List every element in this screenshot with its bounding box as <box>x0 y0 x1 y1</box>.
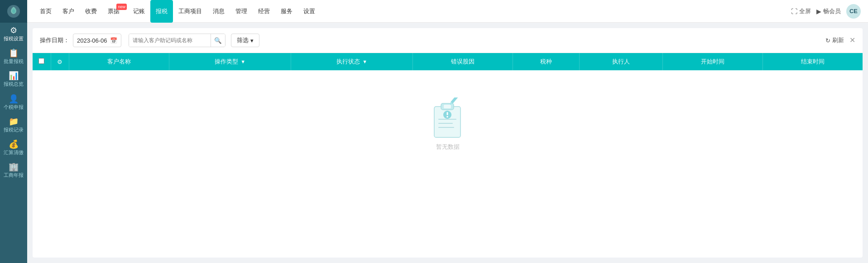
search-box: 🔍 <box>129 34 225 47</box>
nav-guanli[interactable]: 管理 <box>230 0 253 23</box>
nav-baoshui[interactable]: 报税 <box>150 0 173 23</box>
sidebar-item-label: 个税申报 <box>4 104 24 110</box>
sidebar-item-baoshuizonglan[interactable]: 📊 报税总览 <box>0 68 27 91</box>
th-error-reason: 错误股因 <box>412 53 513 70</box>
calendar-icon: 📅 <box>110 37 117 44</box>
member-button[interactable]: ▶ 畅会员 <box>816 7 841 15</box>
th-checkbox[interactable] <box>33 53 51 70</box>
empty-text: 暂无数据 <box>436 143 460 151</box>
settings-icon: ⚙ <box>10 26 17 34</box>
sidebar-item-geshushenb[interactable]: 👤 个税申报 <box>0 91 27 114</box>
nav-home[interactable]: 首页 <box>34 0 57 23</box>
batch-icon: 📋 <box>9 49 19 57</box>
search-button[interactable]: 🔍 <box>211 34 225 47</box>
fullscreen-button[interactable]: ⛶ 全屏 <box>791 7 811 15</box>
th-tax-type: 税种 <box>513 53 580 70</box>
date-picker[interactable]: 2023-06-06 📅 <box>73 34 121 47</box>
nav-shoufei[interactable]: 收费 <box>80 0 102 23</box>
nav-jingying[interactable]: 经营 <box>253 0 275 23</box>
empty-state: 暂无数据 <box>33 70 863 178</box>
svg-rect-3 <box>444 105 451 108</box>
empty-illustration <box>427 97 468 143</box>
filter-icon: ▼ <box>240 59 245 64</box>
th-start-time: 开始时间 <box>662 53 762 70</box>
close-button[interactable]: ✕ <box>849 37 855 44</box>
table-header: ⚙ 客户名称 操作类型 ▼ 执行状态 ▼ <box>33 53 863 70</box>
filter-icon: ▼ <box>362 59 367 64</box>
search-icon: 🔍 <box>214 37 222 44</box>
sidebar-item-gongshangnianbao[interactable]: 🏢 工商年报 <box>0 159 27 182</box>
th-customer-name: 客户名称 <box>69 53 169 70</box>
refresh-icon: ↻ <box>825 37 830 44</box>
th-exec-status[interactable]: 执行状态 ▼ <box>291 53 412 70</box>
th-executor: 执行人 <box>579 53 662 70</box>
data-table: ⚙ 客户名称 操作类型 ▼ 执行状态 ▼ <box>33 53 863 178</box>
table-wrapper: ⚙ 客户名称 操作类型 ▼ 执行状态 ▼ <box>33 53 863 258</box>
close-icon: ✕ <box>849 36 855 44</box>
sidebar-item-label: 报税设置 <box>4 36 24 42</box>
sidebar-item-label: 报税记录 <box>4 127 24 133</box>
sidebar-item-piliangbaoshui[interactable]: 📋 批量报税 <box>0 45 27 68</box>
overview-icon: 📊 <box>9 72 19 80</box>
toolbar-right: ↻ 刷新 ✕ <box>825 36 855 44</box>
video-icon: ▶ <box>816 8 821 15</box>
toolbar: 操作日期： 2023-06-06 📅 🔍 筛选 ▾ ↻ <box>33 28 863 53</box>
refresh-button[interactable]: ↻ 刷新 <box>825 36 844 44</box>
chevron-down-icon: ▾ <box>250 37 254 44</box>
nav-fuwu[interactable]: 服务 <box>275 0 298 23</box>
sidebar-item-baoshuijilu[interactable]: 📁 报税记录 <box>0 114 27 136</box>
page-panel: 操作日期： 2023-06-06 📅 🔍 筛选 ▾ ↻ <box>33 28 863 258</box>
svg-point-9 <box>446 116 448 118</box>
sidebar-item-label: 汇算清缴 <box>4 150 24 156</box>
record-icon: 📁 <box>9 117 19 126</box>
th-operation-type[interactable]: 操作类型 ▼ <box>169 53 291 70</box>
sidebar-logo <box>0 0 27 23</box>
settings-icon: ⚙ <box>57 58 62 65</box>
table-body: 暂无数据 <box>33 70 863 178</box>
money-icon: 💰 <box>9 140 19 148</box>
date-label: 操作日期： <box>40 36 69 44</box>
nav-gongshang[interactable]: 工商项目 <box>173 0 207 23</box>
search-input[interactable] <box>129 34 211 47</box>
avatar[interactable]: CE <box>846 4 861 19</box>
person-icon: 👤 <box>9 95 19 103</box>
main-area: 首页 客户 收费 票据 new 记账 报税 工商项目 消息 管理 经营 <box>27 0 868 263</box>
th-end-time: 结束时间 <box>763 53 863 70</box>
sidebar-item-label: 批量报税 <box>4 58 24 64</box>
top-nav: 首页 客户 收费 票据 new 记账 报税 工商项目 消息 管理 经营 <box>27 0 868 23</box>
svg-rect-10 <box>451 97 458 103</box>
content-area: 操作日期： 2023-06-06 📅 🔍 筛选 ▾ ↻ <box>27 23 868 263</box>
sidebar-item-label: 工商年报 <box>4 172 24 178</box>
svg-rect-8 <box>446 112 448 115</box>
fullscreen-icon: ⛶ <box>791 8 797 15</box>
filter-button[interactable]: 筛选 ▾ <box>231 34 259 47</box>
sidebar: ⚙ 报税设置 📋 批量报税 📊 报税总览 👤 个税申报 📁 报税记录 💰 汇算清… <box>0 0 27 263</box>
sidebar-item-huisuanqingchu[interactable]: 💰 汇算清缴 <box>0 136 27 159</box>
sidebar-item-baoshuishezhi[interactable]: ⚙ 报税设置 <box>0 23 27 45</box>
nav-piaoju[interactable]: 票据 new <box>102 0 128 23</box>
select-all-checkbox[interactable] <box>38 58 44 64</box>
nav-customer[interactable]: 客户 <box>57 0 80 23</box>
new-badge: new <box>116 4 127 10</box>
building-icon: 🏢 <box>9 163 19 171</box>
nav-jizhang[interactable]: 记账 <box>128 0 150 23</box>
th-settings[interactable]: ⚙ <box>51 53 69 70</box>
nav-shezhi[interactable]: 设置 <box>298 0 321 23</box>
nav-xiaoxi[interactable]: 消息 <box>207 0 230 23</box>
sidebar-item-label: 报税总览 <box>4 81 24 87</box>
topnav-right: ⛶ 全屏 ▶ 畅会员 CE <box>791 4 861 19</box>
